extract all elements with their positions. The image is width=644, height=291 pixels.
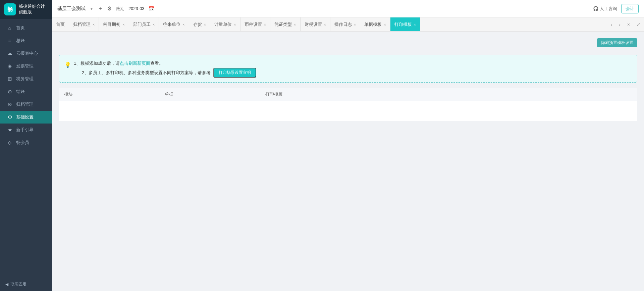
tab-label-currency: 币种设置 — [245, 21, 262, 28]
tab-close-partners[interactable]: × — [182, 22, 184, 27]
tab-actions: ‹ › × ⤢ — [607, 17, 644, 32]
tab-print-template[interactable]: 打印模板 × — [390, 17, 420, 32]
tab-label-unit: 计量单位 — [214, 21, 232, 28]
notice-line-1: 💡 1、模板添加成功后，请点击刷新新页面查看。 2、多员工、多打印机、多种业务类… — [64, 60, 632, 78]
tab-label-print-template: 打印模板 — [394, 21, 412, 28]
main-area: 基层工会测试 ▼ ＋ ⚙ 账期 2023-03 📅 🎧 人工咨询 会计 首页 归… — [52, 0, 644, 291]
tab-archive-mgmt[interactable]: 归档管理 × — [69, 17, 99, 32]
tab-unit[interactable]: 计量单位 × — [210, 17, 240, 32]
sidebar-label-guide: 新手引导 — [16, 127, 34, 133]
notice-text-line1: 1、模板添加成功后，请点击刷新新页面查看。 — [74, 60, 632, 67]
tab-close-tax-settings[interactable]: × — [324, 22, 326, 27]
tab-home[interactable]: 首页 — [52, 17, 69, 32]
tab-close-inventory[interactable]: × — [204, 22, 206, 27]
tab-label-inventory: 存货 — [193, 21, 202, 28]
add-tab-button[interactable]: ＋ — [98, 5, 103, 12]
sidebar-label-member: 畅会员 — [16, 140, 29, 146]
tab-close-op-log[interactable]: × — [354, 22, 356, 27]
sidebar-label-invoice: 发票管理 — [16, 63, 34, 69]
tab-currency[interactable]: 币种设置 × — [240, 17, 270, 32]
sidebar-item-tax[interactable]: ⊞ 税务管理 — [0, 72, 52, 85]
sidebar-item-closing[interactable]: ⊙ 结账 — [0, 85, 52, 98]
tab-close-currency[interactable]: × — [264, 22, 266, 27]
table-header: 模块 单据 打印模板 — [59, 88, 637, 101]
tab-close-dept-staff[interactable]: × — [153, 22, 155, 27]
tab-label-tax-settings: 财税设置 — [305, 21, 322, 28]
logo-subtitle: 旗舰版 — [19, 9, 45, 15]
member-icon: ◇ — [7, 140, 13, 146]
tab-close-print-template[interactable]: × — [414, 22, 416, 27]
help-button[interactable]: 🎧 人工咨询 — [593, 6, 617, 12]
sidebar-label-tax: 税务管理 — [16, 76, 34, 82]
company-name: 基层工会测试 — [57, 6, 86, 12]
tab-label-partners: 往来单位 — [163, 21, 180, 28]
notice-box: 💡 1、模板添加成功后，请点击刷新新页面查看。 2、多员工、多打印机、多种业务类… — [59, 55, 637, 83]
sidebar-item-settings[interactable]: ⚙ 基础设置 — [0, 111, 52, 124]
home-icon: ⌂ — [7, 25, 13, 31]
notice-text-block: 1、模板添加成功后，请点击刷新新页面查看。 2、多员工、多打印机、多种业务类型设… — [74, 60, 632, 78]
tab-inventory[interactable]: 存货 × — [189, 17, 210, 32]
sidebar-item-member[interactable]: ◇ 畅会员 — [0, 136, 52, 149]
company-dropdown-icon[interactable]: ▼ — [90, 6, 94, 11]
tab-dept-staff[interactable]: 部门员工 × — [129, 17, 159, 32]
tab-label-single-template: 单据模板 — [364, 21, 382, 28]
tab-label-dept-staff: 部门员工 — [133, 21, 151, 28]
sidebar-item-invoice[interactable]: ◈ 发票管理 — [0, 60, 52, 72]
invoice-icon: ◈ — [7, 63, 13, 69]
sidebar-label-reports: 云报表中心 — [16, 50, 38, 56]
closing-icon: ⊙ — [7, 89, 13, 95]
tab-fullscreen-button[interactable]: ⤢ — [633, 17, 644, 32]
hide-preview-button[interactable]: 隐藏预置模板设置 — [597, 38, 637, 47]
tab-label-subject-init: 科目期初 — [103, 21, 120, 28]
print-explain-button[interactable]: 打印场景设置宣明 — [213, 68, 256, 78]
tab-tax-settings[interactable]: 财税设置 × — [301, 17, 330, 32]
content-area: 隐藏预置模板设置 💡 1、模板添加成功后，请点击刷新新页面查看。 2、多员工、多… — [52, 32, 644, 291]
sidebar-logo: 畅 畅捷通好会计 旗舰版 — [0, 0, 52, 19]
col-header-voucher: 单据 — [159, 91, 260, 97]
tab-close-subject-init[interactable]: × — [122, 22, 124, 27]
sidebar-item-ledger[interactable]: ≡ 总账 — [0, 34, 52, 47]
tab-scroll-left-button[interactable]: ‹ — [607, 17, 615, 32]
account-button[interactable]: 会计 — [621, 4, 639, 13]
tab-close-archive-mgmt[interactable]: × — [93, 22, 95, 27]
period-value: 2023-03 — [128, 6, 145, 11]
settings-cog-button[interactable]: ⚙ — [107, 5, 112, 12]
col-header-module: 模块 — [59, 91, 159, 97]
topbar-right: 🎧 人工咨询 会计 — [593, 4, 639, 13]
logo-icon: 畅 — [4, 3, 16, 15]
sidebar-item-archive[interactable]: ⊗ 归档管理 — [0, 98, 52, 111]
tab-partners[interactable]: 往来单位 × — [159, 17, 189, 32]
sidebar-label-archive: 归档管理 — [16, 101, 34, 107]
cloud-icon: ☁ — [7, 50, 13, 56]
sidebar-item-reports[interactable]: ☁ 云报表中心 — [0, 47, 52, 60]
tab-close-single-template[interactable]: × — [384, 22, 386, 27]
headset-icon: 🎧 — [593, 6, 598, 11]
sidebar-item-guide[interactable]: ★ 新手引导 — [0, 124, 52, 136]
notice-icon: 💡 — [64, 60, 71, 69]
tabbar: 首页 归档管理 × 科目期初 × 部门员工 × 往来单位 × 存货 × 计量单位… — [52, 17, 644, 32]
sidebar-unpin-button[interactable]: ◀ 取消固定 — [0, 277, 52, 291]
sidebar-label-closing: 结账 — [16, 89, 25, 95]
notice-line2: 2、多员工、多打印机、多种业务类型设置不同打印方案等，请参考 打印场景设置宣明 — [74, 68, 632, 78]
guide-icon: ★ — [7, 127, 13, 133]
notice-line2-prefix: 2、多员工、多打印机、多种业务类型设置不同打印方案等，请参考 — [82, 69, 211, 77]
tab-close-all-button[interactable]: × — [624, 17, 633, 32]
tab-label-op-log: 操作日志 — [334, 21, 352, 28]
tab-scroll-right-button[interactable]: › — [615, 17, 624, 32]
tax-icon: ⊞ — [7, 76, 13, 82]
tab-op-log[interactable]: 操作日志 × — [330, 17, 360, 32]
tab-label-voucher-type: 凭证类型 — [274, 21, 292, 28]
tab-single-template[interactable]: 单据模板 × — [360, 17, 390, 32]
calendar-icon[interactable]: 📅 — [149, 6, 154, 11]
unpin-icon: ◀ — [5, 282, 8, 287]
tab-close-voucher-type[interactable]: × — [294, 22, 296, 27]
tab-voucher-type[interactable]: 凭证类型 × — [270, 17, 300, 32]
sidebar: 畅 畅捷通好会计 旗舰版 ⌂ 首页 ≡ 总账 ☁ 云报表中心 ◈ 发票管理 ⊞ … — [0, 0, 52, 291]
tab-close-unit[interactable]: × — [234, 22, 236, 27]
notice-refresh-link[interactable]: 点击刷新新页面 — [120, 61, 150, 66]
sidebar-label-home: 首页 — [16, 25, 25, 31]
archive-icon: ⊗ — [7, 101, 13, 107]
sidebar-item-home[interactable]: ⌂ 首页 — [0, 21, 52, 34]
tab-label-archive-mgmt: 归档管理 — [73, 21, 91, 28]
tab-subject-init[interactable]: 科目期初 × — [99, 17, 129, 32]
